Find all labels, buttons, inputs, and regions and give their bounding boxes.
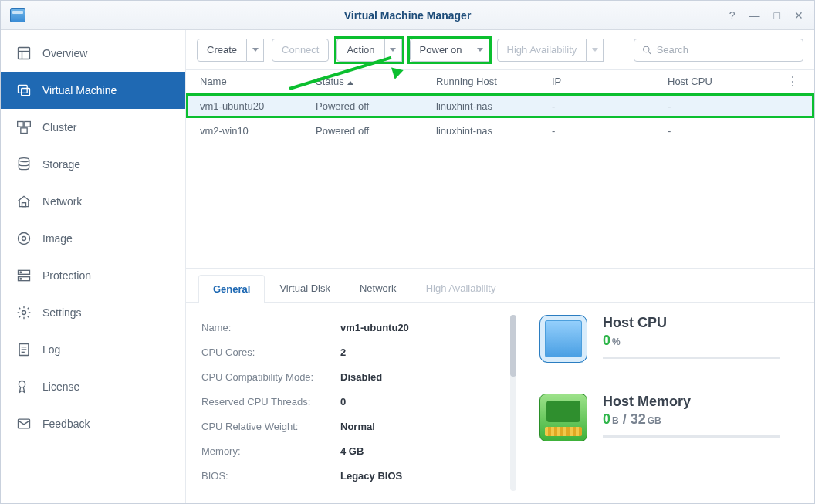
host-cpu-value: 0% xyxy=(603,333,780,349)
col-running-host[interactable]: Running Host xyxy=(433,76,549,87)
columns-menu-icon[interactable]: ⋮ xyxy=(782,74,803,89)
sidebar-item-virtual-machine[interactable]: Virtual Machine xyxy=(1,72,185,109)
col-host-cpu[interactable]: Host CPU xyxy=(665,76,780,87)
svg-rect-5 xyxy=(18,122,24,127)
virtual-machine-icon xyxy=(16,83,32,98)
chevron-down-icon xyxy=(252,48,259,52)
svg-point-10 xyxy=(19,233,30,245)
action-button[interactable]: Action xyxy=(336,39,401,62)
host-cpu-stat: Host CPU 0% xyxy=(539,315,799,363)
log-icon xyxy=(16,342,32,357)
cell-host: linuxhint-nas xyxy=(433,100,549,112)
col-ip[interactable]: IP xyxy=(549,76,665,87)
sidebar-label: Protection xyxy=(42,269,91,282)
sidebar-label: Cluster xyxy=(42,121,76,134)
sidebar: Overview Virtual Machine Cluster Storage… xyxy=(1,30,186,503)
window-title: Virtual Machine Manager xyxy=(344,9,472,22)
settings-icon xyxy=(16,305,32,320)
tab-high-availability[interactable]: High Availability xyxy=(411,274,511,302)
feedback-icon xyxy=(16,416,32,431)
titlebar: Virtual Machine Manager ? — □ ✕ xyxy=(1,1,814,30)
detail-tabs: General Virtual Disk Network High Availa… xyxy=(186,269,814,303)
svg-rect-4 xyxy=(22,89,30,96)
sidebar-label: Virtual Machine xyxy=(42,84,117,96)
minimize-icon[interactable]: — xyxy=(749,9,760,22)
tab-virtual-disk[interactable]: Virtual Disk xyxy=(265,274,345,302)
host-memory-stat: Host Memory 0B / 32GB xyxy=(539,394,799,441)
svg-point-23 xyxy=(644,46,649,52)
svg-point-15 xyxy=(20,278,22,279)
action-caret[interactable] xyxy=(385,39,402,62)
connect-button[interactable]: Connect xyxy=(272,39,329,62)
svg-rect-6 xyxy=(25,122,31,127)
table-row[interactable]: vm1-ubuntu20 Powered off linuxhint-nas -… xyxy=(186,93,814,118)
power-on-caret[interactable] xyxy=(472,39,489,62)
maximize-icon[interactable]: □ xyxy=(774,9,780,22)
svg-point-11 xyxy=(22,237,26,241)
create-button[interactable]: Create xyxy=(197,39,264,62)
col-status[interactable]: Status xyxy=(313,76,433,87)
toolbar: Create Connect Action Power on High Avai… xyxy=(186,30,814,70)
sidebar-item-overview[interactable]: Overview xyxy=(1,35,185,72)
svg-point-21 xyxy=(19,381,25,387)
sidebar-label: Image xyxy=(42,232,73,245)
host-memory-label: Host Memory xyxy=(603,394,780,410)
svg-point-16 xyxy=(22,311,26,315)
sidebar-item-image[interactable]: Image xyxy=(1,220,185,257)
detail-scrollbar[interactable] xyxy=(510,315,516,491)
sidebar-label: Storage xyxy=(42,158,80,171)
license-icon xyxy=(16,379,32,394)
cell-cpu: - xyxy=(665,125,780,137)
sidebar-label: Settings xyxy=(42,306,82,319)
storage-icon xyxy=(16,157,32,172)
search-input[interactable] xyxy=(657,44,795,56)
cell-status: Powered off xyxy=(313,100,433,112)
sidebar-item-settings[interactable]: Settings xyxy=(1,294,185,331)
create-label[interactable]: Create xyxy=(197,39,247,62)
sidebar-label: Network xyxy=(42,195,82,208)
tab-general[interactable]: General xyxy=(198,275,265,303)
power-on-button[interactable]: Power on xyxy=(410,39,489,62)
search-icon xyxy=(642,45,652,56)
table-row[interactable]: vm2-win10 Powered off linuxhint-nas - - xyxy=(186,118,814,143)
sidebar-item-network[interactable]: Network xyxy=(1,183,185,220)
help-icon[interactable]: ? xyxy=(729,9,736,22)
host-cpu-bar xyxy=(603,357,780,359)
svg-rect-7 xyxy=(21,128,27,134)
sidebar-item-license[interactable]: License xyxy=(1,368,185,405)
ha-label[interactable]: High Availability xyxy=(497,39,587,62)
svg-rect-9 xyxy=(22,203,26,207)
cpu-icon xyxy=(539,315,587,363)
overview-icon xyxy=(16,46,32,61)
sort-asc-icon xyxy=(347,81,353,85)
vm-properties: Name:vm1-ubuntu20 CPU Cores:2 CPU Compat… xyxy=(201,315,502,491)
protection-icon xyxy=(16,268,32,283)
svg-point-14 xyxy=(20,272,22,273)
host-memory-value: 0B / 32GB xyxy=(603,411,780,428)
cell-name: vm1-ubuntu20 xyxy=(197,100,313,112)
create-caret[interactable] xyxy=(247,39,264,62)
image-icon xyxy=(16,231,32,246)
app-icon xyxy=(10,8,25,22)
power-on-label[interactable]: Power on xyxy=(410,39,472,62)
search-box[interactable] xyxy=(634,39,803,62)
close-icon[interactable]: ✕ xyxy=(794,9,803,22)
svg-rect-3 xyxy=(19,85,28,93)
tab-network[interactable]: Network xyxy=(345,274,411,302)
sidebar-label: License xyxy=(42,381,79,393)
cell-ip: - xyxy=(549,100,665,112)
sidebar-item-storage[interactable]: Storage xyxy=(1,146,185,183)
col-name[interactable]: Name xyxy=(197,76,313,87)
ha-caret[interactable] xyxy=(587,39,604,62)
sidebar-item-cluster[interactable]: Cluster xyxy=(1,109,185,146)
sidebar-item-log[interactable]: Log xyxy=(1,331,185,368)
memory-icon xyxy=(539,394,587,441)
svg-line-24 xyxy=(648,51,651,53)
sidebar-item-feedback[interactable]: Feedback xyxy=(1,405,185,442)
host-cpu-label: Host CPU xyxy=(603,315,780,331)
cell-host: linuxhint-nas xyxy=(433,125,549,137)
sidebar-item-protection[interactable]: Protection xyxy=(1,257,185,294)
action-label[interactable]: Action xyxy=(336,39,384,62)
high-availability-button[interactable]: High Availability xyxy=(497,39,604,62)
details-panel: General Virtual Disk Network High Availa… xyxy=(186,268,814,503)
